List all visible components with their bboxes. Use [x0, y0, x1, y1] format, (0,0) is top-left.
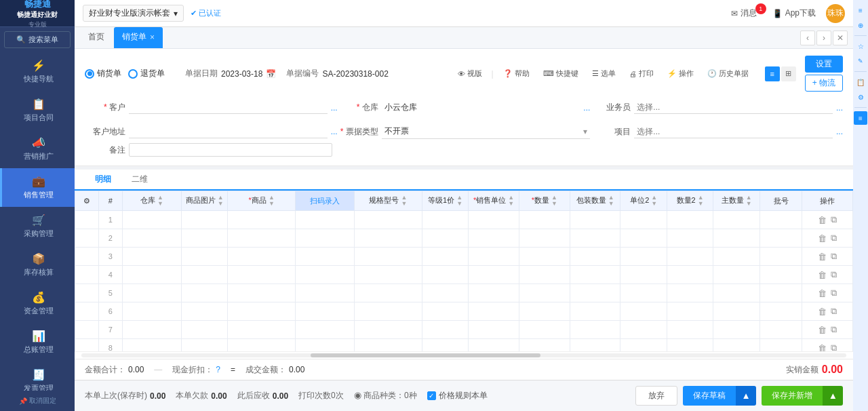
sidebar-item-quicknav[interactable]: ⚡ 快捷导航 [0, 52, 75, 91]
rp-btn-4[interactable]: ✎ [854, 54, 867, 68]
row-pack[interactable] [570, 339, 620, 352]
tab-home[interactable]: 首页 [80, 27, 113, 48]
remarks-input[interactable] [129, 143, 332, 157]
row-grade[interactable] [422, 339, 468, 352]
row-main[interactable] [713, 229, 760, 248]
row-batch[interactable] [760, 266, 802, 284]
view-btn[interactable]: 👁 视版 [454, 67, 486, 80]
row-copy-btn[interactable]: ⧉ [830, 324, 837, 336]
customer-input[interactable] [129, 101, 328, 114]
row-spec[interactable] [355, 302, 422, 321]
row-entry[interactable] [296, 229, 355, 248]
sidebar-item-project[interactable]: 📋 项目合同 [0, 91, 75, 130]
shortcut-btn[interactable]: ⌨ 快捷键 [539, 67, 583, 80]
sidebar-item-marketing[interactable]: 📣 营销推广 [0, 130, 75, 168]
invoice-select[interactable]: 不开票 ▾ [382, 124, 591, 139]
row-batch[interactable] [760, 302, 802, 321]
sidebar-item-finance[interactable]: 💰 资金管理 [0, 284, 75, 323]
sidebar-search-area[interactable]: 🔍 搜索菜单 [0, 27, 75, 52]
abandon-button[interactable]: 放弃 [635, 386, 677, 406]
price-check-item[interactable]: ✓ 价格规则本单 [427, 390, 488, 402]
row-copy-btn[interactable]: ⧉ [830, 305, 837, 317]
sidebar-item-accounting[interactable]: 📊 总账管理 [0, 323, 75, 361]
setting-button[interactable]: 设置 [805, 56, 843, 73]
view-mode-grid-btn[interactable]: ⊞ [781, 66, 796, 81]
row-unit[interactable] [469, 229, 519, 248]
tab-sales[interactable]: 销货单 × [114, 27, 163, 48]
row-qty[interactable] [519, 284, 570, 302]
row-copy-btn[interactable]: ⧉ [830, 232, 837, 244]
rp-btn-1[interactable]: ≡ [854, 3, 867, 17]
row-batch[interactable] [760, 321, 802, 339]
staff-dots[interactable]: ... [836, 103, 843, 113]
row-pack[interactable] [570, 266, 620, 284]
row-entry[interactable] [296, 284, 355, 302]
row-spec[interactable] [355, 321, 422, 339]
history-btn[interactable]: 🕐 历史单据 [703, 67, 753, 80]
row-pack[interactable] [570, 321, 620, 339]
row-delete-btn[interactable]: 🗑 [817, 288, 827, 299]
radio-return[interactable]: 退货单 [128, 68, 165, 79]
row-entry[interactable] [296, 248, 355, 266]
row-qty2[interactable] [667, 229, 713, 248]
row-main[interactable] [713, 284, 760, 302]
rp-btn-6[interactable]: ⚙ [854, 90, 867, 104]
row-main[interactable] [713, 248, 760, 266]
row-qty[interactable] [519, 229, 570, 248]
print-btn[interactable]: 🖨 打印 [625, 67, 658, 80]
row-unit[interactable] [469, 302, 519, 321]
row-batch[interactable] [760, 229, 802, 248]
sidebar-item-invoice[interactable]: 🧾 发票管理 [0, 361, 75, 391]
row-grade[interactable] [422, 302, 468, 321]
project-dots[interactable]: ... [836, 127, 843, 136]
row-unit[interactable] [469, 339, 519, 352]
row-warehouse[interactable] [122, 284, 181, 302]
row-qty2[interactable] [667, 211, 713, 229]
row-spec[interactable] [355, 266, 422, 284]
row-grade[interactable] [422, 229, 468, 248]
row-goods[interactable] [228, 302, 296, 321]
row-delete-btn[interactable]: 🗑 [817, 233, 827, 244]
row-spec[interactable] [355, 211, 422, 229]
row-unit2[interactable] [620, 266, 667, 284]
address-input[interactable] [129, 125, 328, 138]
row-goods[interactable] [228, 339, 296, 352]
save-new-arrow-button[interactable]: ▲ [823, 386, 843, 406]
project-input[interactable] [634, 125, 833, 138]
row-qty2[interactable] [667, 266, 713, 284]
row-goods[interactable] [228, 266, 296, 284]
row-qty[interactable] [519, 211, 570, 229]
row-entry[interactable] [296, 266, 355, 284]
save-new-button[interactable]: 保存并新增 [762, 386, 823, 406]
row-warehouse[interactable] [122, 266, 181, 284]
radio-sales[interactable]: 销货单 [85, 68, 121, 79]
calendar-icon[interactable]: 📅 [266, 69, 276, 79]
row-qty2[interactable] [667, 321, 713, 339]
row-batch[interactable] [760, 284, 802, 302]
row-pack[interactable] [570, 284, 620, 302]
row-main[interactable] [713, 302, 760, 321]
row-entry[interactable] [296, 321, 355, 339]
row-grade[interactable] [422, 284, 468, 302]
row-entry[interactable] [296, 211, 355, 229]
row-goods[interactable] [228, 211, 296, 229]
row-qty2[interactable] [667, 248, 713, 266]
row-grade[interactable] [422, 321, 468, 339]
row-unit2[interactable] [620, 229, 667, 248]
warehouse-dots[interactable]: ... [583, 103, 590, 113]
row-copy-btn[interactable]: ⧉ [830, 269, 837, 281]
row-entry[interactable] [296, 339, 355, 352]
row-delete-btn[interactable]: 🗑 [817, 214, 827, 226]
row-goods[interactable] [228, 284, 296, 302]
help-btn[interactable]: ❓ 帮助 [499, 67, 534, 80]
rp-btn-5[interactable]: 📋 [854, 75, 867, 89]
row-qty[interactable] [519, 302, 570, 321]
row-unit2[interactable] [620, 211, 667, 229]
tab-2d[interactable]: 二维 [121, 170, 158, 191]
sidebar-item-inventory[interactable]: 📦 库存核算 [0, 246, 75, 284]
app-download-action[interactable]: 📱 App下载 [772, 7, 816, 19]
row-grade[interactable] [422, 248, 468, 266]
tab-close-btn[interactable]: ✕ [833, 31, 848, 45]
horizontal-scrollbar[interactable] [81, 353, 846, 357]
row-warehouse[interactable] [122, 229, 181, 248]
